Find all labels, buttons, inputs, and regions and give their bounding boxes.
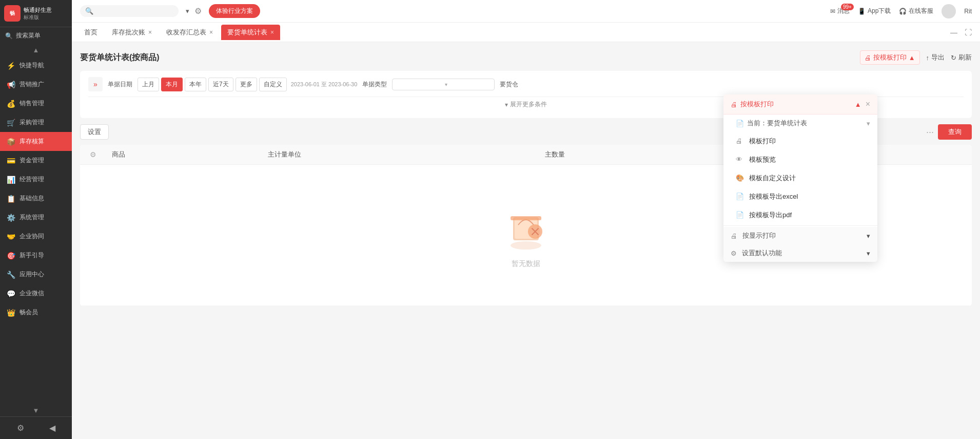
page-title: 要货单统计表(按商品) bbox=[80, 52, 160, 63]
sidebar-item-member[interactable]: 👑 畅会员 bbox=[0, 303, 72, 322]
tab-home[interactable]: 首页 bbox=[78, 25, 104, 40]
dropdown-item-template-print[interactable]: 🖨 模板打印 bbox=[723, 132, 877, 150]
template-print-icon: 🖨 bbox=[736, 137, 744, 145]
content-area: 要货单统计表(按商品) 🖨 按模板打印 ▲ ↑ 导出 ↻ 刷新 bbox=[72, 42, 980, 439]
refresh-icon: ↻ bbox=[951, 54, 956, 62]
topbar-search-box[interactable]: 🔍 bbox=[80, 5, 179, 17]
dropdown-item-export-pdf[interactable]: 📄 按模板导出pdf bbox=[723, 206, 877, 224]
tab-close-order-stats[interactable]: × bbox=[270, 29, 274, 36]
template-design-icon: 🎨 bbox=[736, 174, 744, 182]
tab-batch-account[interactable]: 库存批次账 × bbox=[106, 25, 158, 40]
sidebar: 畅 畅通好生意 标准版 🔍 搜索菜单 ▲ ⚡ 快捷导航 📢 营销推广 💰 销售管… bbox=[0, 0, 72, 439]
type-select-arrow: ▾ bbox=[445, 82, 489, 87]
default-settings-arrow: ▾ bbox=[867, 250, 870, 257]
dropdown-item-export-excel[interactable]: 📄 按模板导出excel bbox=[723, 187, 877, 206]
online-service-btn[interactable]: 🎧 在线客服 bbox=[899, 7, 933, 15]
date-range-display: 2023-06-01 至 2023-06-30 bbox=[291, 81, 358, 88]
sidebar-item-enterprise[interactable]: 🤝 企业协同 bbox=[0, 227, 72, 246]
filter-date-group: 上月 本月 本年 近7天 更多 自定义 2023-06-01 至 2023-06… bbox=[138, 78, 357, 91]
date-btn-this-month[interactable]: 本月 bbox=[161, 78, 183, 91]
sidebar-item-system[interactable]: ⚙️ 系统管理 bbox=[0, 208, 72, 227]
sidebar-item-operation[interactable]: 📊 经营管理 bbox=[0, 170, 72, 189]
newbie-icon: 🎯 bbox=[6, 252, 15, 260]
export-btn[interactable]: ↑ 导出 bbox=[926, 53, 945, 62]
filter-row-1: » 单据日期 上月 本月 本年 近7天 更多 自定义 2023-06-01 至 … bbox=[88, 77, 964, 91]
sidebar-item-wechat[interactable]: 💬 企业微信 bbox=[0, 284, 72, 303]
trial-button[interactable]: 体验行业方案 bbox=[209, 4, 260, 18]
dropdown-print-icon: 🖨 bbox=[731, 101, 737, 108]
topbar-search-input[interactable] bbox=[96, 8, 173, 15]
query-btn[interactable]: 查询 bbox=[938, 124, 972, 140]
sidebar-item-purchase[interactable]: 🛒 采购管理 bbox=[0, 113, 72, 132]
member-icon: 👑 bbox=[6, 309, 15, 317]
tab-minimize-btn[interactable]: — bbox=[948, 27, 959, 38]
sidebar-scroll-down[interactable]: ▼ bbox=[0, 405, 72, 416]
sidebar-item-marketing[interactable]: 📢 营销推广 bbox=[0, 75, 72, 94]
current-arrow: ▾ bbox=[867, 120, 870, 127]
topbar-dropdown-btn[interactable]: ▾ bbox=[186, 7, 189, 15]
sidebar-item-inventory[interactable]: 📦 库存核算 bbox=[0, 132, 72, 151]
date-btn-this-year[interactable]: 本年 bbox=[185, 78, 206, 91]
type-filter-select[interactable]: ▾ bbox=[392, 79, 495, 90]
collapse-footer-btn[interactable]: ◀ bbox=[47, 421, 57, 435]
tab-close-batch-account[interactable]: × bbox=[148, 29, 152, 36]
sidebar-item-finance[interactable]: 💳 资金管理 bbox=[0, 151, 72, 170]
dropdown-default-settings[interactable]: ⚙ 设置默认功能 ▾ bbox=[723, 244, 877, 262]
message-btn[interactable]: ✉ 消息 99+ bbox=[830, 7, 850, 15]
empty-text: 暂无数据 bbox=[512, 259, 540, 269]
operation-icon: 📊 bbox=[6, 176, 15, 184]
app-download-btn[interactable]: 📱 App下载 bbox=[858, 7, 891, 15]
wechat-icon: 💬 bbox=[6, 290, 15, 298]
dropdown-item-template-design[interactable]: 🎨 模板自定义设计 bbox=[723, 169, 877, 187]
tab-maximize-btn[interactable]: ⛶ bbox=[963, 27, 974, 38]
display-print-arrow: ▾ bbox=[867, 232, 870, 240]
marketing-icon: 📢 bbox=[6, 81, 15, 89]
user-avatar[interactable] bbox=[942, 4, 956, 18]
sidebar-nav: ⚡ 快捷导航 📢 营销推广 💰 销售管理 🛒 采购管理 📦 库存核算 💳 资金管… bbox=[0, 56, 72, 405]
filter-expand-icon[interactable]: » bbox=[88, 77, 103, 91]
sidebar-item-quick-nav[interactable]: ⚡ 快捷导航 bbox=[0, 56, 72, 75]
finance-icon: 💳 bbox=[6, 157, 15, 165]
tab-close-receipt-summary[interactable]: × bbox=[209, 29, 213, 36]
sidebar-scroll-up[interactable]: ▲ bbox=[0, 44, 72, 56]
col-header-goods: 商品 bbox=[106, 145, 262, 165]
dropdown-close-btn[interactable]: × bbox=[866, 100, 870, 109]
dropdown-collapse-btn[interactable]: ▲ bbox=[855, 101, 861, 108]
tab-order-stats[interactable]: 要货单统计表 × bbox=[221, 25, 280, 40]
toolbar-left: 设置 bbox=[80, 124, 109, 140]
settings-footer-btn[interactable]: ⚙ bbox=[15, 421, 26, 435]
print-dropdown-panel: 🖨 按模板打印 ▲ × 📄 当前：要货单统计表 ▾ 🖨 模板打印 bbox=[723, 94, 877, 262]
tab-receipt-summary[interactable]: 收发存汇总表 × bbox=[160, 25, 219, 40]
export-icon: ↑ bbox=[926, 54, 930, 62]
col-header-unit: 主计量单位 bbox=[262, 145, 539, 165]
topbar-gear-btn[interactable]: ⚙ bbox=[194, 6, 202, 16]
column-settings-icon[interactable]: ⚙ bbox=[90, 150, 96, 159]
refresh-btn[interactable]: ↻ 刷新 bbox=[951, 53, 972, 62]
sidebar-item-basic[interactable]: 📋 基础信息 bbox=[0, 189, 72, 208]
sidebar-item-sales[interactable]: 💰 销售管理 bbox=[0, 94, 72, 113]
inventory-icon: 📦 bbox=[6, 138, 15, 146]
col-header-quantity: 主数量 bbox=[539, 145, 735, 165]
svg-point-0 bbox=[511, 241, 541, 250]
sidebar-item-appcenter[interactable]: 🔧 应用中心 bbox=[0, 265, 72, 284]
sidebar-search[interactable]: 🔍 搜索菜单 bbox=[0, 27, 72, 44]
date-btn-last-month[interactable]: 上月 bbox=[138, 78, 159, 91]
dropdown-title: 🖨 按模板打印 bbox=[731, 100, 774, 109]
dropdown-item-template-preview[interactable]: 👁 模板预览 bbox=[723, 150, 877, 169]
date-btn-more[interactable]: 更多 bbox=[236, 78, 257, 91]
more-options-btn[interactable]: ··· bbox=[926, 127, 934, 138]
export-pdf-icon: 📄 bbox=[736, 211, 744, 219]
export-excel-icon: 📄 bbox=[736, 193, 744, 201]
sidebar-item-newbie[interactable]: 🎯 新手引导 bbox=[0, 246, 72, 265]
print-template-btn[interactable]: 🖨 按模板打印 ▲ bbox=[860, 50, 920, 65]
dropdown-display-print[interactable]: 🖨 按显示打印 ▾ bbox=[723, 227, 877, 244]
empty-state-icon bbox=[500, 202, 552, 253]
quick-nav-icon: ⚡ bbox=[6, 62, 15, 70]
date-btn-custom[interactable]: 自定义 bbox=[259, 78, 287, 91]
topbar-search-icon: 🔍 bbox=[85, 7, 93, 15]
settings-btn[interactable]: 设置 bbox=[80, 124, 109, 140]
phone-icon: 📱 bbox=[858, 8, 866, 15]
topbar: 🔍 ▾ ⚙ 体验行业方案 ✉ 消息 99+ 📱 App下载 🎧 在线客服 Rit bbox=[72, 0, 980, 23]
date-btn-7days[interactable]: 近7天 bbox=[208, 78, 233, 91]
message-icon: ✉ bbox=[830, 8, 835, 15]
